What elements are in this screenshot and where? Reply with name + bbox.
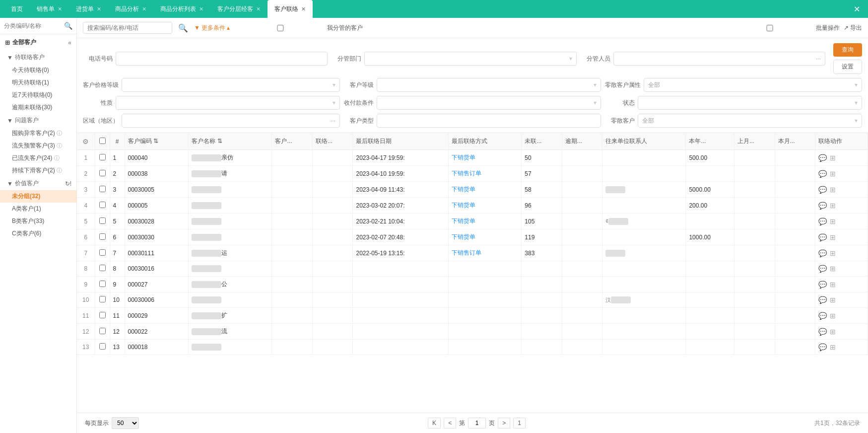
chat-icon[interactable]: 💬: [818, 154, 827, 162]
chat-icon[interactable]: 💬: [818, 233, 827, 241]
last-page-button[interactable]: 1: [513, 418, 526, 429]
row-checkbox[interactable]: [99, 328, 106, 334]
page-number-input[interactable]: [468, 418, 486, 429]
collapse-icon[interactable]: «: [68, 39, 71, 46]
row-checkbox[interactable]: [99, 217, 106, 224]
chat-icon[interactable]: 💬: [818, 281, 827, 289]
tab-home[interactable]: 首页: [4, 0, 30, 18]
batch-operation-button[interactable]: 批量操作: [725, 24, 840, 32]
search-button[interactable]: 🔍: [178, 23, 188, 33]
row-checkbox[interactable]: [99, 154, 106, 160]
grid-action-icon[interactable]: ⊞: [830, 343, 836, 351]
dept-input[interactable]: [364, 52, 576, 66]
th-this-month[interactable]: 本月...: [775, 133, 815, 150]
contact-method-link[interactable]: 下销货单: [452, 202, 475, 209]
cell-last-contact-method[interactable]: 下销货单: [449, 214, 522, 229]
tab-product-analysis-list-close[interactable]: ✕: [199, 6, 203, 12]
retail-attr-input[interactable]: 全部: [644, 78, 862, 92]
cell-actions[interactable]: 💬 ⊞: [815, 308, 868, 324]
sidebar-item-a-class[interactable]: A类客户(1): [0, 203, 76, 215]
my-customers-checkbox-label[interactable]: 我分管的客户: [236, 24, 363, 32]
select-all-checkbox[interactable]: [99, 138, 106, 144]
row-checkbox[interactable]: [99, 312, 106, 318]
contact-method-link[interactable]: 下销货单: [452, 154, 475, 161]
sidebar-item-declining[interactable]: 持续下滑客户(2) ⓘ: [0, 164, 76, 177]
cell-checkbox[interactable]: [95, 182, 110, 198]
chat-icon[interactable]: 💬: [818, 217, 827, 225]
tab-purchase[interactable]: 进货单 ✕: [69, 0, 108, 18]
customer-level-input[interactable]: [377, 78, 601, 92]
cell-actions[interactable]: 💬 ⊞: [815, 166, 868, 182]
th-name[interactable]: 客户名称 ⇅: [189, 133, 272, 150]
my-customers-checkbox[interactable]: [236, 25, 325, 31]
tab-product-analysis-close[interactable]: ✕: [142, 6, 146, 12]
reset-button[interactable]: 设置: [833, 60, 862, 74]
cell-last-contact-method[interactable]: 下销售订单: [449, 166, 522, 182]
chat-icon[interactable]: 💬: [818, 343, 827, 351]
cell-last-contact-method[interactable]: 下销货单: [449, 198, 522, 214]
price-level-input[interactable]: [122, 78, 340, 92]
grid-action-icon[interactable]: ⊞: [830, 202, 836, 210]
next-page-button[interactable]: >: [498, 418, 510, 429]
cell-last-contact-method[interactable]: 下销货单: [449, 150, 522, 166]
settings-icon[interactable]: ⚙: [82, 138, 89, 145]
cell-checkbox[interactable]: [95, 245, 110, 261]
cell-checkbox[interactable]: [95, 166, 110, 182]
row-checkbox[interactable]: [99, 233, 106, 240]
export-button[interactable]: ↗ 导出: [844, 24, 862, 32]
th-unit-contact[interactable]: 往来单位联系人: [602, 133, 686, 150]
chat-icon[interactable]: 💬: [818, 328, 827, 336]
row-checkbox[interactable]: [99, 202, 106, 208]
per-page-select[interactable]: 50 100 200: [112, 417, 139, 429]
sidebar-item-c-class[interactable]: C类客户(6): [0, 227, 76, 240]
grid-action-icon[interactable]: ⊞: [830, 154, 836, 162]
grid-action-icon[interactable]: ⊞: [830, 186, 836, 194]
sidebar-item-today[interactable]: 今天待联络(0): [0, 64, 76, 76]
cell-last-contact-method[interactable]: [449, 292, 522, 308]
chat-icon[interactable]: 💬: [818, 186, 827, 194]
row-checkbox[interactable]: [99, 296, 106, 302]
cell-last-contact-method[interactable]: 下销货单: [449, 229, 522, 245]
chat-icon[interactable]: 💬: [818, 296, 827, 304]
th-settings[interactable]: ⚙: [77, 133, 95, 150]
th-contact[interactable]: 联络...: [312, 133, 352, 150]
cell-checkbox[interactable]: [95, 292, 110, 308]
area-input[interactable]: [122, 114, 340, 128]
query-button[interactable]: 查询: [833, 43, 862, 57]
cell-checkbox[interactable]: [95, 198, 110, 214]
th-uncontacted[interactable]: 未联...: [522, 133, 562, 150]
chat-icon[interactable]: 💬: [818, 312, 827, 320]
cell-last-contact-method[interactable]: [449, 308, 522, 324]
cell-checkbox[interactable]: [95, 340, 110, 355]
chat-icon[interactable]: 💬: [818, 265, 827, 273]
grid-action-icon[interactable]: ⊞: [830, 328, 836, 336]
tab-product-analysis[interactable]: 商品分析 ✕: [108, 0, 153, 18]
first-page-button[interactable]: K: [428, 418, 441, 429]
contact-method-link[interactable]: 下销货单: [452, 217, 475, 224]
cell-actions[interactable]: 💬 ⊞: [815, 182, 868, 198]
tab-sales[interactable]: 销售单 ✕: [30, 0, 69, 18]
row-checkbox[interactable]: [99, 343, 106, 350]
cell-actions[interactable]: 💬 ⊞: [815, 324, 868, 340]
all-customers-title[interactable]: ⊞ 全部客户 «: [0, 34, 76, 51]
sidebar-group-value[interactable]: ▼ 价值客户 ↻ !: [0, 177, 76, 190]
grid-action-icon[interactable]: ⊞: [830, 249, 836, 257]
status-input[interactable]: [638, 96, 862, 110]
sidebar-item-tomorrow[interactable]: 明天待联络(1): [0, 76, 76, 89]
tab-sales-close[interactable]: ✕: [58, 6, 62, 12]
sidebar-search-icon[interactable]: 🔍: [64, 22, 72, 30]
grid-action-icon[interactable]: ⊞: [830, 217, 836, 225]
grid-action-icon[interactable]: ⊞: [830, 265, 836, 273]
cell-actions[interactable]: 💬 ⊞: [815, 340, 868, 355]
tab-customer-segment-close[interactable]: ✕: [256, 6, 261, 12]
row-checkbox[interactable]: [99, 186, 106, 192]
tab-purchase-close[interactable]: ✕: [97, 6, 101, 12]
search-input[interactable]: [83, 22, 172, 34]
row-checkbox[interactable]: [99, 265, 106, 271]
sidebar-search-input[interactable]: [4, 22, 62, 29]
cell-last-contact-method[interactable]: 下销售订单: [449, 245, 522, 261]
sidebar-item-lost[interactable]: 已流失客户(24) ⓘ: [0, 152, 76, 164]
sidebar-search-bar[interactable]: 🔍: [0, 18, 76, 34]
cell-last-contact-method[interactable]: [449, 340, 522, 355]
payment-input[interactable]: [377, 96, 601, 110]
